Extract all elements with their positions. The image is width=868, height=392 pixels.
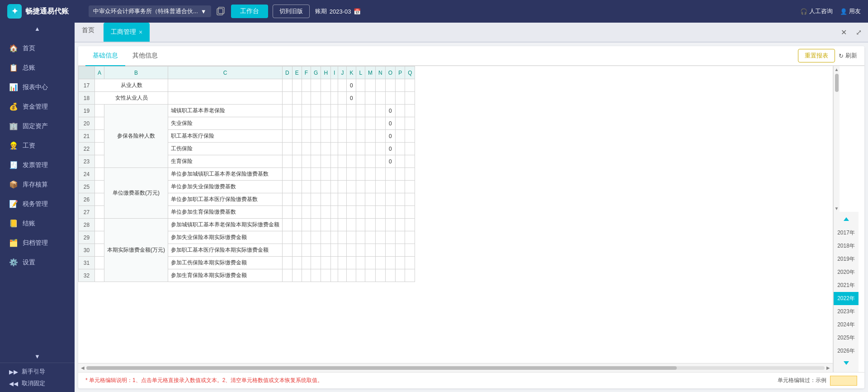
cell-19-q[interactable] (405, 105, 415, 117)
cell-22-d[interactable] (283, 143, 292, 155)
cell-21-e[interactable] (292, 130, 302, 143)
year-item-2019[interactable]: 2019年 (834, 253, 859, 266)
cell-24-d[interactable] (283, 168, 292, 181)
sidebar-item-invoice[interactable]: 🧾 发票管理 (0, 155, 75, 175)
cell-17-a[interactable]: 从业人数 (95, 79, 168, 92)
cell-22-i[interactable] (331, 143, 338, 155)
cell-22-l[interactable] (356, 143, 365, 155)
cell-23-o[interactable]: 0 (385, 155, 395, 168)
cell-21-l[interactable] (356, 130, 365, 143)
cell-21-m[interactable] (365, 130, 376, 143)
new-user-guide[interactable]: ▶▶ 新手引导 (9, 368, 66, 376)
cell-23-p[interactable] (396, 155, 405, 168)
sidebar-item-archive[interactable]: 🗂️ 归档管理 (0, 233, 75, 253)
cell-18-a[interactable]: 女性从业人员 (95, 92, 168, 105)
year-item-2023[interactable]: 2023年 (834, 305, 859, 318)
cell-32-a[interactable] (95, 269, 104, 282)
cell-18-l[interactable] (356, 92, 365, 105)
cell-23-e[interactable] (292, 155, 302, 168)
company-selector[interactable]: 中审众环会计师事务所（特殊普通合伙... ▼ (89, 5, 211, 17)
cell-23-i[interactable] (331, 155, 338, 168)
cell-17-e[interactable] (292, 79, 302, 92)
cell-19-n[interactable] (376, 105, 386, 117)
cell-21-c[interactable]: 职工基本医疗保险 (168, 130, 283, 143)
sidebar-item-tax[interactable]: 📝 税务管理 (0, 194, 75, 214)
cell-26-c[interactable]: 单位参加职工基本医疗保险缴费基数 (168, 193, 283, 206)
cell-23-g[interactable] (311, 155, 321, 168)
year-item-2025[interactable]: 2025年 (834, 331, 859, 344)
cell-23-d[interactable] (283, 155, 292, 168)
cell-21-g[interactable] (311, 130, 321, 143)
cell-23-f[interactable] (302, 155, 311, 168)
cell-22-a[interactable] (95, 143, 104, 155)
cell-20-q[interactable] (405, 117, 415, 130)
year-scroll-up-button[interactable] (834, 214, 859, 226)
cell-19-b[interactable]: 参保各险种人数 (104, 105, 168, 168)
cell-17-l[interactable] (356, 79, 365, 92)
sidebar-item-assets[interactable]: 🏢 固定资产 (0, 116, 75, 136)
sidebar-item-salary[interactable]: 👷 工资 (0, 136, 75, 155)
cell-23-c[interactable]: 生育保险 (168, 155, 283, 168)
cell-21-p[interactable] (396, 130, 405, 143)
sidebar-item-report[interactable]: 📊 报表中心 (0, 77, 75, 97)
year-item-2021[interactable]: 2021年 (834, 279, 859, 292)
cell-19-m[interactable] (365, 105, 376, 117)
cell-19-e[interactable] (292, 105, 302, 117)
cell-17-k[interactable]: 0 (347, 79, 356, 92)
cell-27-c[interactable]: 单位参加生育保险缴费基数 (168, 206, 283, 219)
cell-18-n[interactable] (376, 92, 386, 105)
unpin-button[interactable]: ◀◀ 取消固定 (9, 379, 66, 387)
cell-17-i[interactable] (331, 79, 338, 92)
cell-19-k[interactable] (347, 105, 356, 117)
cell-27-a[interactable] (95, 206, 104, 219)
scroll-right-arrow[interactable]: ▶ (825, 365, 832, 370)
sidebar-item-finance[interactable]: 💰 资金管理 (0, 97, 75, 116)
scroll-up-arrow[interactable]: ▲ (835, 67, 839, 72)
cell-22-c[interactable]: 工伤保险 (168, 143, 283, 155)
cell-18-h[interactable] (321, 92, 331, 105)
sidebar-item-settings[interactable]: ⚙️ 设置 (0, 253, 75, 272)
calendar-icon[interactable]: 📅 (354, 8, 361, 15)
cell-21-h[interactable] (321, 130, 331, 143)
cell-25-a[interactable] (95, 181, 104, 193)
cell-23-q[interactable] (405, 155, 415, 168)
cell-21-q[interactable] (405, 130, 415, 143)
cell-31-c[interactable]: 参加工伤保险本期实际缴费金额 (168, 257, 283, 269)
cell-20-n[interactable] (376, 117, 386, 130)
cell-20-e[interactable] (292, 117, 302, 130)
cell-18-k[interactable]: 0 (347, 92, 356, 105)
cell-22-q[interactable] (405, 143, 415, 155)
scroll-down-arrow[interactable]: ▼ (835, 206, 839, 211)
tab-commerce[interactable]: 工商管理 × (104, 23, 150, 42)
cell-17-d[interactable] (283, 79, 292, 92)
cell-24-a[interactable] (95, 168, 104, 181)
cell-20-c[interactable]: 失业保险 (168, 117, 283, 130)
cell-21-d[interactable] (283, 130, 292, 143)
cell-24-c[interactable]: 单位参加城镇职工基本养老保险缴费基数 (168, 168, 283, 181)
cell-20-i[interactable] (331, 117, 338, 130)
cell-31-a[interactable] (95, 257, 104, 269)
tab-basic-info[interactable]: 基础信息 (85, 46, 125, 66)
cell-30-a[interactable] (95, 244, 104, 257)
cell-22-j[interactable] (338, 143, 347, 155)
year-item-2024[interactable]: 2024年 (834, 318, 859, 331)
cell-19-p[interactable] (396, 105, 405, 117)
cell-18-d[interactable] (283, 92, 292, 105)
cell-23-h[interactable] (321, 155, 331, 168)
cell-19-d[interactable] (283, 105, 292, 117)
year-item-2020[interactable]: 2020年 (834, 266, 859, 279)
tab-close-button[interactable]: × (139, 29, 142, 36)
cell-19-l[interactable] (356, 105, 365, 117)
sidebar-item-home[interactable]: 🏠 首页 (0, 38, 75, 58)
sidebar-scroll-down[interactable]: ▼ (0, 350, 75, 363)
cell-17-q[interactable] (405, 79, 415, 92)
cell-21-i[interactable] (331, 130, 338, 143)
sidebar-item-inventory[interactable]: 📦 库存核算 (0, 175, 75, 194)
cell-22-o[interactable]: 0 (385, 143, 395, 155)
cell-32-c[interactable]: 参加生育保险本期实际缴费金额 (168, 269, 283, 282)
cell-23-j[interactable] (338, 155, 347, 168)
cell-20-j[interactable] (338, 117, 347, 130)
cell-21-o[interactable]: 0 (385, 130, 395, 143)
sidebar-item-ledger[interactable]: 📋 总账 (0, 58, 75, 77)
year-item-2022[interactable]: 2022年 (834, 292, 859, 305)
